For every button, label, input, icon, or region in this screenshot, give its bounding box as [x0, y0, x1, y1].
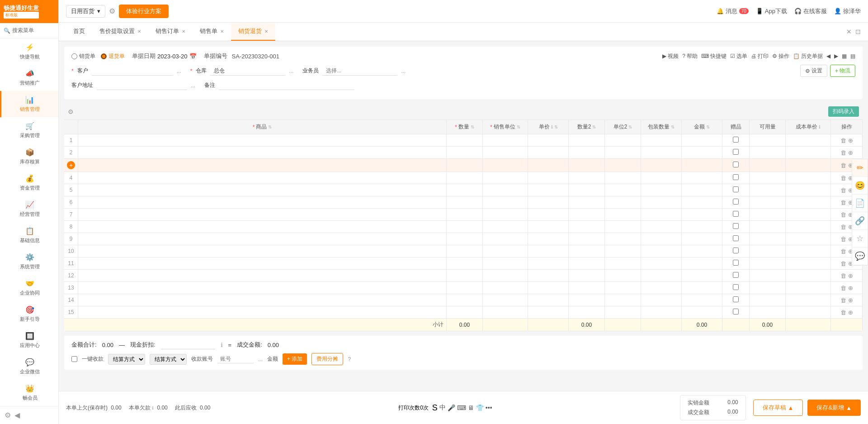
table-row[interactable]: + 🗑 ⊕ [64, 159, 863, 172]
qty2-cell[interactable] [569, 221, 605, 233]
pkg-qty-cell[interactable] [641, 257, 682, 270]
table-row[interactable]: 6 🗑 ⊕ [64, 196, 863, 209]
cost-price-cell[interactable] [786, 221, 831, 233]
delete-row-icon[interactable]: 🗑 [840, 137, 846, 144]
warehouse-input[interactable] [210, 66, 285, 76]
amount-cell[interactable] [682, 270, 722, 282]
sales-unit-cell[interactable] [483, 172, 528, 184]
salesperson-input[interactable] [322, 66, 397, 76]
th-pkg-qty[interactable]: 包装数量 ⇅ [641, 120, 682, 134]
tab-sales-order-close[interactable]: ✕ [182, 29, 185, 34]
gift-cell[interactable] [722, 257, 750, 270]
qty-cell[interactable] [447, 245, 483, 257]
amount-cell[interactable] [682, 184, 722, 196]
unit-price-cell[interactable] [528, 184, 569, 196]
sidebar-item-operation[interactable]: 📈 经营管理 [0, 196, 58, 222]
table-row[interactable]: 15 🗑 ⊕ [64, 306, 863, 319]
sidebar-item-system[interactable]: ⚙️ 系统管理 [0, 248, 58, 275]
right-quick-link[interactable]: 🔗 [852, 212, 868, 230]
qty-cell[interactable] [447, 282, 483, 294]
goods-cell[interactable] [78, 270, 447, 282]
available-cell[interactable] [750, 147, 786, 159]
qty2-cell[interactable] [569, 306, 605, 319]
tab-sales-delivery-close[interactable]: ✕ [220, 29, 224, 34]
unit-price-cell[interactable] [528, 245, 569, 257]
delete-row-icon[interactable]: 🗑 [840, 211, 846, 218]
sidebar-item-member[interactable]: 👑 畅会员 [0, 380, 58, 406]
amount-cell[interactable] [682, 221, 722, 233]
gift-checkbox[interactable] [733, 296, 739, 302]
qty2-cell[interactable] [569, 233, 605, 245]
cost-price-cell[interactable] [786, 245, 831, 257]
cost-price-cell[interactable] [786, 184, 831, 196]
tab-home[interactable]: 首页 [66, 23, 92, 41]
sales-unit-cell[interactable] [483, 221, 528, 233]
delete-row-icon[interactable]: 🗑 [840, 199, 846, 206]
gift-cell[interactable] [722, 270, 750, 282]
tab-sales-delivery[interactable]: 销售单 ✕ [193, 23, 231, 41]
qty-cell[interactable] [447, 233, 483, 245]
goods-cell[interactable] [78, 209, 447, 221]
unit2-cell[interactable] [605, 294, 641, 306]
unit2-cell[interactable] [605, 221, 641, 233]
cost-price-cell[interactable] [786, 270, 831, 282]
pkg-qty-cell[interactable] [641, 245, 682, 257]
th-sales-unit[interactable]: * 销售单位 ⇅ [483, 120, 528, 134]
gift-cell[interactable] [722, 282, 750, 294]
table-row[interactable]: 5 🗑 ⊕ [64, 184, 863, 196]
micro-icon[interactable]: 🎤 [448, 404, 455, 411]
notification-item[interactable]: 🔔 消息 70 [717, 7, 749, 15]
qty2-cell[interactable] [569, 159, 605, 172]
unit2-cell[interactable] [605, 159, 641, 172]
settings-bottom-icon[interactable]: ⚙ [5, 411, 11, 419]
qty2-cell[interactable] [569, 270, 605, 282]
sort-pkg-qty-icon[interactable]: ⇅ [671, 124, 675, 129]
unit2-cell[interactable] [605, 184, 641, 196]
one-click-pay-checkbox[interactable] [71, 356, 77, 362]
scan-input-button[interactable]: 扫码录入 [828, 106, 859, 117]
zhongwen-icon[interactable]: 中 [439, 404, 446, 412]
goods-cell[interactable] [78, 233, 447, 245]
pkg-qty-cell[interactable] [641, 159, 682, 172]
unit2-cell[interactable] [605, 233, 641, 245]
unit-price-cell[interactable] [528, 282, 569, 294]
pkg-qty-cell[interactable] [641, 196, 682, 209]
available-cell[interactable] [750, 172, 786, 184]
toolbar-print[interactable]: 🖨 打印 [751, 52, 769, 60]
radio-return-input[interactable] [101, 53, 107, 59]
sales-unit-cell[interactable] [483, 159, 528, 172]
account-dots[interactable]: ... [258, 356, 263, 362]
qty-cell[interactable] [447, 172, 483, 184]
sort-sales-unit-icon[interactable]: ⇅ [517, 124, 520, 129]
tab-price-setting-close[interactable]: ✕ [137, 29, 141, 34]
unit2-cell[interactable] [605, 147, 641, 159]
right-quick-msg[interactable]: 💬 [852, 248, 868, 265]
settlement-method-select[interactable]: 结算方式 [108, 354, 145, 365]
cost-price-cell[interactable] [786, 257, 831, 270]
delete-row-icon[interactable]: 🗑 [840, 236, 846, 243]
unit-price-cell[interactable] [528, 257, 569, 270]
pkg-qty-cell[interactable] [641, 221, 682, 233]
gift-cell[interactable] [722, 245, 750, 257]
toolbar-operation[interactable]: ⚙ 操作 [772, 52, 789, 60]
toolbar-layout2[interactable]: ▤ [850, 53, 855, 59]
toolbar-shortcut[interactable]: ⌨ 快捷键 [701, 52, 726, 60]
gift-checkbox[interactable] [733, 186, 739, 192]
topbar-settings-icon[interactable]: ⚙ [109, 7, 115, 15]
sort-unit-price-icon[interactable]: ⇅ [554, 124, 558, 129]
sales-unit-cell[interactable] [483, 233, 528, 245]
gift-checkbox[interactable] [733, 260, 739, 266]
available-cell[interactable] [750, 270, 786, 282]
amount-cell[interactable] [682, 294, 722, 306]
goods-cell[interactable] [78, 294, 447, 306]
sort-qty-icon[interactable]: ⇅ [471, 124, 474, 129]
th-unit2[interactable]: 单位2 ⇅ [605, 120, 641, 134]
gift-cell[interactable] [722, 134, 750, 147]
customer-dots[interactable]: ... [177, 68, 181, 74]
qty2-cell[interactable] [569, 257, 605, 270]
goods-cell[interactable] [78, 184, 447, 196]
sidebar-item-basic[interactable]: 📋 基础信息 [0, 222, 58, 248]
gift-cell[interactable] [722, 209, 750, 221]
gift-cell[interactable] [722, 233, 750, 245]
toolbar-video[interactable]: ▶ 视频 [662, 52, 679, 60]
